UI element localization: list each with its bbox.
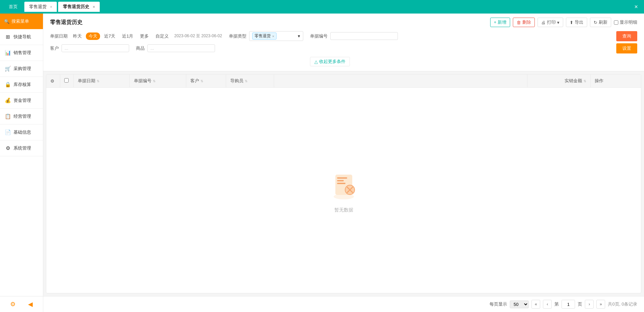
sidebar-search[interactable]: 🔍 搜索菜单 — [0, 14, 43, 29]
filter-customer: 客户 ... — [50, 44, 129, 52]
date-shortcut-yesterday[interactable]: 昨天 — [70, 32, 85, 40]
toolbar: + 新增 🗑 删除 🖨 打印 ▾ ⬆ 导出 ↻ — [490, 18, 637, 27]
doc-type-select[interactable]: 零售退货 × ▾ — [249, 31, 303, 41]
tab-retail-return[interactable]: 零售退货 × — [24, 2, 57, 12]
sidebar-item-sales-mgmt[interactable]: 📊 销售管理 — [0, 45, 43, 61]
customer-sort-icon: ⇅ — [200, 79, 203, 83]
last-page-btn[interactable]: » — [596, 300, 605, 309]
sidebar-item-system-label: 系统管理 — [14, 145, 31, 151]
show-detail-checkbox[interactable] — [614, 20, 618, 25]
pagination-bar: 每页显示 20 50 100 200 « ‹ 第 页 › » 共0页, 0条记录 — [43, 296, 644, 312]
delete-icon: 🗑 — [517, 20, 521, 25]
col-doc-date[interactable]: 单据日期 ⇅ — [73, 74, 130, 88]
tab-bar: 首页 零售退货 × 零售退货历史 × × — [0, 0, 644, 14]
sidebar-item-quick-nav-label: 快捷导航 — [14, 34, 31, 40]
page-info: 共0页, 0条记录 — [608, 301, 637, 307]
basic-info-icon: 📄 — [5, 129, 11, 135]
col-checkbox[interactable] — [60, 74, 73, 88]
settings-icon[interactable]: ⚙ — [10, 300, 16, 308]
date-shortcut-custom[interactable]: 自定义 — [153, 32, 171, 40]
select-all-checkbox[interactable] — [64, 78, 69, 83]
filter-actions: 查询 设置 — [616, 31, 637, 53]
date-shortcut-more[interactable]: 更多 — [137, 32, 151, 40]
sidebar-item-operations[interactable]: 📋 经营管理 — [0, 109, 43, 125]
setting-button[interactable]: 设置 — [616, 43, 637, 53]
gear-icon[interactable]: ⚙ — [50, 79, 54, 84]
tab-retail-return-close[interactable]: × — [50, 5, 52, 9]
main-layout: 🔍 搜索菜单 ⊞ 快捷导航 📊 销售管理 🛒 采购管理 🔒 库存核算 💰 资金管… — [0, 14, 644, 312]
col-operation: 操作 — [590, 74, 641, 88]
tab-retail-return-label: 零售退货 — [29, 4, 47, 10]
page-number-input[interactable] — [562, 300, 575, 309]
col-doc-num[interactable]: 单据编号 ⇅ — [130, 74, 186, 88]
sidebar-item-operations-label: 经营管理 — [14, 113, 31, 119]
date-shortcut-7days[interactable]: 近7天 — [101, 32, 118, 40]
query-button[interactable]: 查询 — [616, 31, 637, 41]
next-page-btn[interactable]: › — [585, 300, 594, 309]
inventory-icon: 🔒 — [5, 82, 11, 88]
col-customer[interactable]: 客户 ⇅ — [186, 74, 226, 88]
purchase-mgmt-icon: 🛒 — [5, 66, 11, 72]
filter-doc-num: 单据编号 — [310, 32, 398, 40]
empty-text: 暂无数据 — [334, 207, 353, 213]
col-guide[interactable]: 导购员 ⇅ — [226, 74, 274, 88]
finance-icon: 💰 — [5, 97, 11, 104]
sidebar-item-sales-label: 销售管理 — [14, 50, 31, 56]
col-gear[interactable]: ⚙ — [46, 74, 60, 88]
tab-retail-return-history[interactable]: 零售退货历史 × — [58, 2, 99, 12]
page-size-select[interactable]: 20 50 100 200 — [510, 300, 529, 308]
tab-home[interactable]: 首页 — [3, 0, 23, 14]
col-actual-amount[interactable]: 实销金额 ⇅ — [527, 74, 590, 88]
date-shortcut-1month[interactable]: 近1月 — [119, 32, 136, 40]
doc-num-input[interactable] — [330, 32, 398, 40]
data-table: ⚙ 单据日期 ⇅ 单据编号 — [46, 74, 641, 88]
customer-input[interactable]: ... — [62, 44, 129, 52]
col-actual-amount-label: 实销金额 — [565, 78, 582, 84]
show-detail-checkbox-label[interactable]: 显示明细 — [614, 19, 637, 25]
export-button[interactable]: ⬆ 导出 — [566, 18, 587, 27]
sidebar-item-quick-nav[interactable]: ⊞ 快捷导航 — [0, 29, 43, 45]
sidebar-search-label: 搜索菜单 — [11, 18, 29, 24]
add-button[interactable]: + 新增 — [490, 18, 510, 27]
prev-page-btn[interactable]: ‹ — [543, 300, 552, 309]
date-range-display: 2023-06-02 至 2023-06-02 — [174, 33, 222, 39]
search-icon: 🔍 — [4, 19, 9, 24]
filter-area: 单据日期 昨天 今天 近7天 近1月 更多 自定义 2023-06-02 至 2… — [50, 31, 637, 71]
col-guide-label: 导购员 — [230, 78, 243, 84]
window-close-btn[interactable]: × — [631, 3, 641, 10]
sidebar-item-basic-info-label: 基础信息 — [14, 129, 31, 135]
sidebar-item-purchase-label: 采购管理 — [14, 66, 31, 72]
sidebar-item-finance[interactable]: 💰 资金管理 — [0, 93, 43, 109]
sidebar-item-inventory-label: 库存核算 — [14, 82, 31, 88]
refresh-button[interactable]: ↻ 刷新 — [590, 18, 611, 27]
doc-type-tag-close[interactable]: × — [272, 34, 274, 38]
page-title: 零售退货历史 — [50, 19, 82, 26]
date-shortcut-today[interactable]: 今天 — [86, 32, 100, 40]
goods-input[interactable]: ... — [147, 44, 215, 52]
sidebar-item-purchase-mgmt[interactable]: 🛒 采购管理 — [0, 61, 43, 77]
sidebar-item-system-mgmt[interactable]: ⚙ 系统管理 — [0, 140, 43, 156]
customer-filter-label: 客户 — [50, 45, 59, 51]
sidebar-item-basic-info[interactable]: 📄 基础信息 — [0, 125, 43, 140]
empty-icon — [327, 168, 361, 202]
col-operation-label: 操作 — [595, 78, 603, 83]
collapse-sidebar-icon[interactable]: ◀ — [28, 300, 33, 308]
tab-retail-return-history-close[interactable]: × — [93, 5, 95, 9]
print-icon: 🖨 — [541, 20, 546, 25]
sales-mgmt-icon: 📊 — [5, 50, 11, 56]
print-button[interactable]: 🖨 打印 ▾ — [538, 18, 563, 27]
filter-date: 单据日期 昨天 今天 近7天 近1月 更多 自定义 2023-06-02 至 2… — [50, 32, 222, 40]
show-detail-label: 显示明细 — [620, 19, 637, 25]
system-mgmt-icon: ⚙ — [5, 145, 11, 151]
doc-type-tag-text: 零售退货 — [255, 33, 271, 39]
tab-retail-return-history-label: 零售退货历史 — [63, 4, 89, 10]
collapse-label: 收起更多条件 — [319, 59, 345, 65]
sidebar-item-inventory[interactable]: 🔒 库存核算 — [0, 77, 43, 93]
first-page-btn[interactable]: « — [531, 300, 540, 309]
content-area: 零售退货历史 + 新增 🗑 删除 🖨 打印 ▾ ⬆ 导出 — [43, 14, 644, 312]
delete-button[interactable]: 🗑 删除 — [513, 18, 535, 27]
refresh-label: 刷新 — [599, 19, 607, 25]
collapse-btn[interactable]: △ 收起更多条件 — [310, 57, 350, 66]
doc-num-label: 单据编号 — [310, 33, 328, 39]
doc-date-sort-icon: ⇅ — [97, 79, 99, 83]
